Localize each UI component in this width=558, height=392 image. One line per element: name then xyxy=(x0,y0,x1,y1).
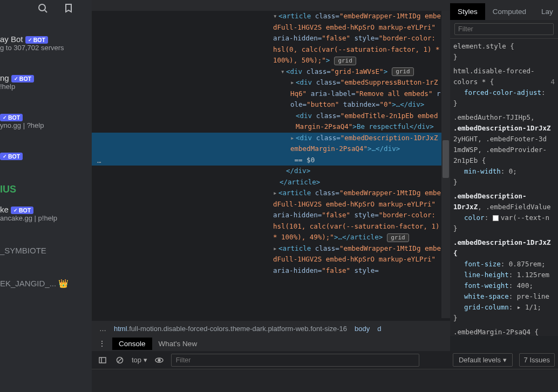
user-row[interactable]: ng BOT!help xyxy=(0,70,92,94)
discord-sidebar: ay Bot BOTg to 307,702 serversng BOT!hel… xyxy=(0,0,92,392)
svg-point-7 xyxy=(158,359,160,361)
console-filter[interactable] xyxy=(171,354,419,367)
tab-layout[interactable]: Lay xyxy=(534,3,558,20)
breadcrumb[interactable]: … html.full-motion.disable-forced-colors… xyxy=(92,321,450,336)
svg-rect-2 xyxy=(99,357,106,363)
user-row[interactable]: IUS xyxy=(0,181,92,198)
user-row[interactable]: BOTyno.gg | ?help xyxy=(0,109,92,133)
user-row[interactable]: ke BOTancake.gg | p!help xyxy=(0,202,92,225)
bookmark-icon[interactable] xyxy=(64,3,73,13)
user-row[interactable]: _SYMBIOTE xyxy=(0,243,92,258)
styles-filter[interactable] xyxy=(454,23,554,35)
search-icon[interactable] xyxy=(38,3,47,13)
svg-line-5 xyxy=(118,358,122,362)
console-toolbar: top ▾ Default levels ▾ 7 Issues xyxy=(92,351,558,369)
log-levels[interactable]: Default levels ▾ xyxy=(453,353,513,367)
svg-line-1 xyxy=(45,10,47,12)
grid-badge[interactable]: grid xyxy=(392,67,414,76)
tab-whatsnew[interactable]: What's New xyxy=(152,338,204,350)
scrollbar-thumb[interactable] xyxy=(443,140,449,178)
svg-point-0 xyxy=(39,4,45,11)
tab-console[interactable]: Console xyxy=(112,338,152,350)
drawer-tabs: ⋮ Console What's New xyxy=(92,336,450,351)
selected-node[interactable]: ▸<div class="embedDescription-1DrJxZ emb… xyxy=(92,133,441,166)
devtools-toolbar xyxy=(92,0,450,11)
context-dropdown[interactable]: top ▾ xyxy=(132,356,147,364)
color-swatch[interactable] xyxy=(493,215,499,221)
live-expression-icon[interactable] xyxy=(154,355,165,366)
console-output xyxy=(92,369,558,392)
line-actions[interactable]: ⋯ xyxy=(97,158,101,166)
grid-badge[interactable]: grid xyxy=(334,57,356,65)
dom-tree[interactable]: ▾<article class="embedWrapper-1MtIDg emb… xyxy=(92,11,441,318)
user-row[interactable]: EK_JANGID_... 👑 xyxy=(0,276,92,292)
drawer-menu[interactable]: ⋮ xyxy=(92,339,112,348)
user-row[interactable]: ay Bot BOTg to 307,702 servers xyxy=(0,31,92,55)
grid-badge[interactable]: grid xyxy=(387,233,409,242)
issues-button[interactable]: 7 Issues xyxy=(519,353,555,367)
tab-computed[interactable]: Computed xyxy=(485,3,534,20)
styles-panel: Styles Computed Lay element.style { } ht… xyxy=(450,0,558,336)
tab-styles[interactable]: Styles xyxy=(450,3,485,20)
elements-panel: ▾<article class="embedWrapper-1MtIDg emb… xyxy=(92,0,450,321)
scrollbar[interactable] xyxy=(441,11,450,318)
user-row[interactable]: BOT xyxy=(0,148,92,163)
sidebar-top xyxy=(0,0,92,16)
console-sidebar-toggle[interactable] xyxy=(97,355,108,366)
clear-console-icon[interactable] xyxy=(114,355,125,366)
